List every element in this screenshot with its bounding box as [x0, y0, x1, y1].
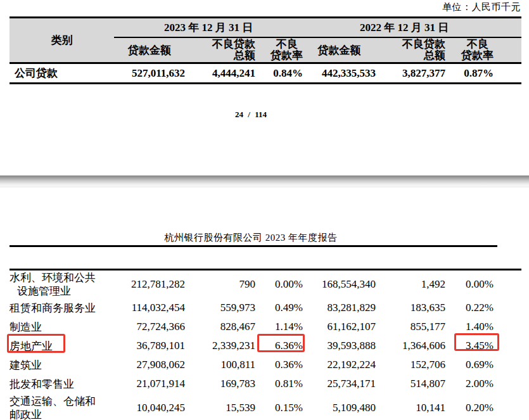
cell-loan-amount-2023: 114,032,454 [114, 302, 185, 314]
row-label: 交通运输、仓储和 邮政业 [10, 395, 114, 420]
highlight-box-npl-ratio-2023 [257, 334, 305, 352]
table-row-wholesale-retail: 批发和零售业 21,071,914 169,783 0.81% 25,734,1… [10, 374, 521, 393]
cell-npl-ratio-2023: 0.00% [255, 278, 303, 291]
row-label-line: 交通运输、仓储和 [10, 395, 114, 408]
table-row-utilities: 水利、环境和公共 设施管理业 212,781,282 790 0.00% 168… [10, 270, 521, 298]
cell-npl-total-2022: 855,177 [376, 321, 445, 333]
row-label: 租赁和商务服务业 [10, 302, 114, 315]
cell-npl-ratio-2022: 1.40% [445, 321, 494, 333]
row-label-line: 批发和零售业 [10, 378, 114, 391]
cell-loan-amount-2022: 442,335,533 [303, 67, 376, 80]
cell-npl-ratio-2022: 2.00% [445, 378, 494, 390]
cell-npl-total-2022: 10,141 [376, 402, 445, 414]
cell-loan-amount-2023: 72,724,366 [114, 321, 185, 333]
corporate-loan-table: 类别 2023 年 12 月 31 日 2022 年 12 月 31 日 贷款金… [10, 16, 521, 84]
cell-npl-total-2023: 828,467 [185, 321, 255, 333]
subheader-line: 贷款率 [461, 50, 494, 61]
row-label-line: 设施管理业 [10, 284, 114, 298]
subheader-line: 总额 [424, 50, 445, 61]
subheader-npl-ratio-2022: 不良 贷款率 [445, 38, 494, 62]
row-label-line: 邮政业 [10, 408, 114, 420]
cell-loan-amount-2022: 61,162,107 [303, 321, 376, 333]
subheader-line: 不良 [276, 39, 303, 50]
cell-npl-total-2023: 169,783 [185, 378, 255, 390]
table-row-leasing: 租赁和商务服务业 114,032,454 559,973 0.49% 83,28… [10, 298, 521, 317]
highlight-box-real-estate-label [7, 334, 65, 353]
cell-npl-ratio-2023: 0.49% [255, 302, 303, 314]
cell-npl-total-2022: 1,364,606 [376, 340, 445, 352]
subheader-line: 不良 [467, 39, 494, 50]
cell-loan-amount-2023: 212,781,282 [114, 278, 185, 291]
cell-loan-amount-2023: 10,040,245 [114, 402, 185, 414]
cell-npl-total-2022: 3,827,377 [376, 67, 445, 80]
cell-npl-total-2022: 1,492 [376, 278, 445, 291]
cell-npl-ratio-2023: 0.15% [255, 402, 303, 414]
subheader-loan-amount-2022: 贷款金额 [303, 38, 376, 62]
cell-npl-ratio-2022: 0.69% [445, 359, 494, 371]
subheader-line: 总额 [234, 50, 255, 61]
cell-npl-total-2023: 15,539 [185, 402, 255, 414]
cell-npl-total-2023: 4,444,241 [185, 67, 255, 80]
page-number: 24 / 114 [0, 110, 502, 120]
cell-npl-total-2022: 514,807 [376, 378, 445, 390]
subheader-npl-total-2023: 不良贷款 总额 [185, 38, 255, 62]
unit-label: 单位：人民币千元 [442, 1, 521, 13]
cell-loan-amount-2022: 168,554,340 [303, 278, 376, 291]
cell-npl-total-2023: 559,973 [185, 302, 255, 314]
cell-npl-ratio-2023: 0.81% [255, 378, 303, 390]
page-separator [0, 175, 529, 188]
cell-loan-amount-2023: 36,789,101 [114, 340, 185, 352]
cell-loan-amount-2023: 21,071,914 [114, 378, 185, 390]
cell-loan-amount-2023: 27,908,062 [114, 359, 185, 371]
row-label: 批发和零售业 [10, 378, 114, 391]
cell-loan-amount-2022: 22,192,224 [303, 359, 376, 371]
cell-npl-ratio-2022: 0.20% [445, 402, 494, 414]
cell-npl-total-2023: 100,811 [185, 359, 255, 371]
cell-npl-ratio-2022: 0.22% [445, 302, 494, 314]
row-label: 公司贷款 [10, 66, 114, 80]
cell-npl-total-2023: 790 [185, 278, 255, 291]
row-label-line: 制造业 [10, 321, 114, 334]
table-row-transport: 交通运输、仓储和 邮政业 10,040,245 15,539 0.15% 5,1… [10, 393, 521, 420]
row-label-line: 租赁和商务服务业 [10, 302, 114, 315]
cell-npl-ratio-2023: 0.36% [255, 359, 303, 371]
cell-npl-total-2022: 183,635 [376, 302, 445, 314]
cell-loan-amount-2022: 5,109,480 [303, 402, 376, 414]
doc-title-rule [10, 245, 497, 247]
subheader-npl-total-2022: 不良贷款 总额 [376, 38, 445, 62]
cell-npl-ratio-2023: 0.84% [255, 67, 303, 80]
subheader-line: 贷款率 [271, 50, 303, 61]
subheader-npl-ratio-2023: 不良 贷款率 [255, 38, 303, 62]
subheader-loan-amount-2023: 贷款金额 [114, 38, 185, 62]
cell-npl-total-2023: 2,339,231 [185, 340, 255, 352]
row-label: 水利、环境和公共 设施管理业 [10, 271, 114, 298]
cell-loan-amount-2022: 39,593,888 [303, 340, 376, 352]
cell-npl-ratio-2022: 0.00% [445, 278, 494, 291]
cell-npl-ratio-2022: 0.87% [445, 67, 494, 80]
subheader-line: 不良贷款 [402, 39, 445, 50]
row-label-line: 建筑业 [10, 359, 114, 372]
period-header-2022: 2022 年 12 月 31 日 [303, 18, 506, 37]
row-label-line: 水利、环境和公共 [10, 271, 114, 284]
cell-npl-ratio-2023: 1.14% [255, 321, 303, 333]
doc-title: 杭州银行股份有限公司 2023 年年度报告 [0, 232, 502, 244]
subheader-line: 不良贷款 [212, 39, 255, 50]
row-label: 建筑业 [10, 359, 114, 372]
document-viewport: 单位：人民币千元 类别 2023 年 12 月 31 日 2022 年 12 月… [0, 0, 529, 420]
table-row-construction: 建筑业 27,908,062 100,811 0.36% 22,192,224 … [10, 355, 521, 374]
period-header-2023: 2023 年 12 月 31 日 [114, 18, 303, 37]
row-label: 制造业 [10, 321, 114, 334]
cell-loan-amount-2022: 83,281,829 [303, 302, 376, 314]
table-row-corporate-loans: 公司贷款 527,011,632 4,444,241 0.84% 442,335… [10, 64, 521, 82]
cell-loan-amount-2023: 527,011,632 [114, 67, 185, 80]
cell-npl-total-2022: 152,706 [376, 359, 445, 371]
cell-loan-amount-2022: 25,734,171 [303, 378, 376, 390]
period-header-row: 2023 年 12 月 31 日 2022 年 12 月 31 日 [10, 18, 521, 37]
highlight-box-npl-ratio-2022 [454, 333, 499, 351]
corporate-loan-table-header: 类别 2023 年 12 月 31 日 2022 年 12 月 31 日 贷款金… [10, 18, 521, 64]
